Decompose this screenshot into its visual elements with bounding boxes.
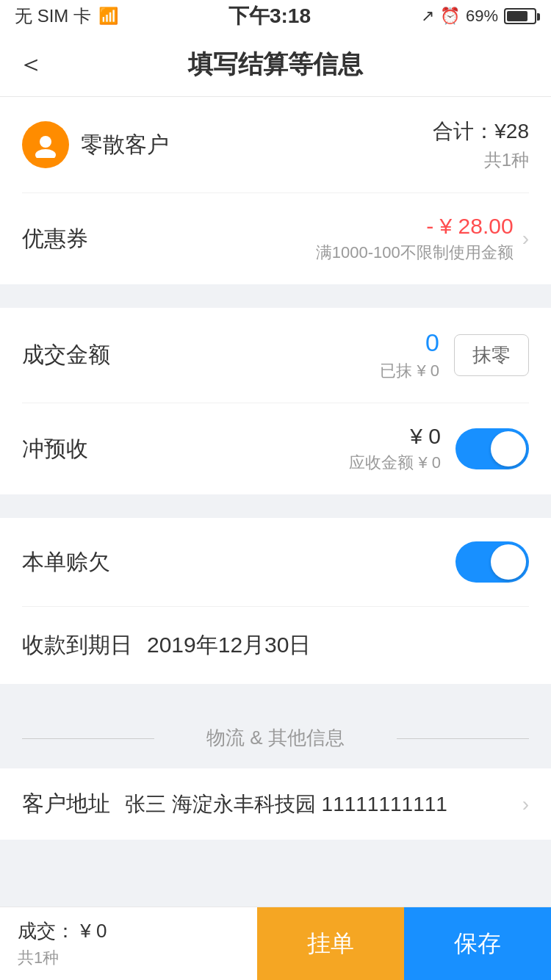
status-bar: 无 SIM 卡 📶 下午3:18 ↗ ⏰ 69% (0, 0, 551, 32)
prepaid-value-block: ¥ 0 应收金额 ¥ 0 (349, 424, 441, 474)
due-date-label: 收款到期日 (22, 630, 132, 660)
customer-info: 零散客户 (22, 121, 169, 168)
page-title: 填写结算等信息 (188, 48, 363, 82)
credit-label: 本单赊欠 (22, 547, 110, 577)
deal-amount-row: 成交金额 0 已抹 ¥ 0 抹零 (0, 308, 551, 403)
prepaid-label: 冲预收 (22, 434, 88, 464)
deal-amount-label: 成交金额 (22, 340, 110, 370)
bottom-count-label: 共1种 (18, 947, 240, 969)
address-section: 客户地址 张三 海淀永丰科技园 11111111111 › (0, 768, 551, 840)
toggle-knob (491, 431, 526, 466)
financial-section: 成交金额 0 已抹 ¥ 0 抹零 冲预收 ¥ 0 应收金额 ¥ 0 (0, 308, 551, 494)
customer-row: 零散客户 合计：¥28 共1种 (0, 97, 551, 192)
coupon-description: 满1000-100不限制使用金额 (316, 242, 514, 264)
address-row[interactable]: 客户地址 张三 海淀永丰科技园 11111111111 › (0, 768, 551, 840)
prepaid-row: 冲预收 ¥ 0 应收金额 ¥ 0 (0, 403, 551, 494)
avatar (22, 121, 69, 168)
status-time: 下午3:18 (228, 2, 311, 30)
section-separator-1 (0, 296, 551, 308)
carrier-label: 无 SIM 卡 (15, 4, 91, 28)
credit-toggle[interactable] (455, 541, 529, 583)
coupon-row[interactable]: 优惠券 - ¥ 28.00 满1000-100不限制使用金额 › (0, 193, 551, 284)
status-right: ↗ ⏰ 69% (421, 7, 536, 26)
logistics-header: 物流 & 其他信息 (0, 707, 551, 768)
bottom-summary: 成交： ¥ 0 共1种 (0, 907, 257, 980)
nav-bar: ＜ 填写结算等信息 (0, 32, 551, 97)
coupon-label: 优惠券 (22, 224, 88, 254)
address-chevron-icon: › (522, 793, 529, 816)
address-label: 客户地址 (22, 789, 110, 819)
deal-amount-value: 0 (380, 328, 439, 357)
round-zero-button[interactable]: 抹零 (454, 334, 529, 376)
svg-point-1 (35, 149, 56, 158)
coupon-discount: - ¥ 28.00 (316, 214, 514, 239)
battery-fill (507, 11, 527, 21)
prepaid-amount: ¥ 0 (349, 424, 441, 449)
pending-button[interactable]: 挂单 (257, 907, 404, 980)
due-date-value: 2019年12月30日 (147, 630, 311, 660)
svg-point-0 (40, 136, 51, 148)
credit-toggle-knob (491, 544, 526, 580)
wifi-icon: 📶 (98, 7, 118, 26)
alarm-icon: ⏰ (440, 7, 460, 26)
customer-name: 零散客户 (81, 130, 169, 160)
logistics-label: 物流 & 其他信息 (206, 727, 345, 749)
battery-icon (504, 8, 536, 24)
bottom-deal-label: 成交： ¥ 0 (18, 918, 240, 944)
address-value: 张三 海淀永丰科技园 11111111111 (125, 790, 522, 818)
status-left: 无 SIM 卡 📶 (15, 4, 118, 28)
coupon-value-block: - ¥ 28.00 满1000-100不限制使用金额 (316, 214, 514, 264)
deal-right: 0 已抹 ¥ 0 抹零 (380, 328, 529, 382)
due-date-row: 收款到期日 2019年12月30日 (0, 607, 551, 684)
section-separator-3 (0, 696, 551, 707)
prepaid-toggle[interactable] (455, 428, 529, 469)
customer-total-block: 合计：¥28 共1种 (433, 118, 529, 172)
chevron-right-icon: › (522, 227, 529, 251)
section-separator-2 (0, 506, 551, 518)
prepaid-right: ¥ 0 应收金额 ¥ 0 (349, 424, 529, 474)
customer-total: 合计：¥28 (433, 118, 529, 145)
back-button[interactable]: ＜ (18, 46, 44, 82)
customer-count: 共1种 (433, 148, 529, 172)
credit-section: 本单赊欠 收款到期日 2019年12月30日 (0, 518, 551, 684)
prepaid-receivable: 应收金额 ¥ 0 (349, 452, 441, 474)
credit-row: 本单赊欠 (0, 518, 551, 606)
location-icon: ↗ (421, 7, 434, 26)
deal-value-block: 0 已抹 ¥ 0 (380, 328, 439, 382)
coupon-right: - ¥ 28.00 满1000-100不限制使用金额 › (316, 214, 529, 264)
battery-percent: 69% (466, 7, 498, 26)
deal-deducted: 已抹 ¥ 0 (380, 360, 439, 382)
customer-section: 零散客户 合计：¥28 共1种 优惠券 - ¥ 28.00 满1000-100不… (0, 97, 551, 284)
save-button[interactable]: 保存 (404, 907, 551, 980)
bottom-bar: 成交： ¥ 0 共1种 挂单 保存 (0, 907, 551, 980)
